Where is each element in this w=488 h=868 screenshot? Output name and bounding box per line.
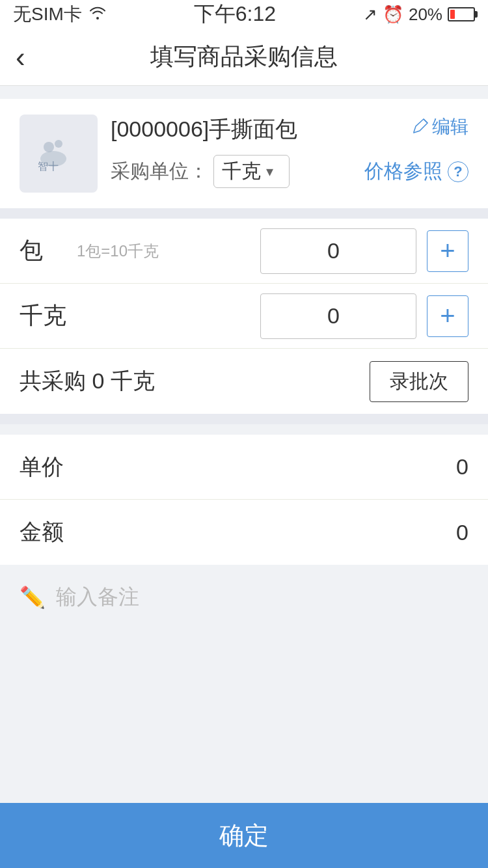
- amount-value: 0: [456, 520, 468, 545]
- unit-price-row: 单价 0: [0, 435, 488, 500]
- nav-bar: ‹ 填写商品采购信息: [0, 29, 488, 86]
- status-time: 下午6:12: [194, 0, 276, 29]
- carrier-text: 无SIM卡: [13, 2, 82, 27]
- bag-input-row: 包 1包=10千克 +: [0, 219, 488, 284]
- status-left: 无SIM卡: [13, 2, 107, 27]
- unit-price-value: 0: [456, 454, 468, 480]
- bag-unit: 1包=10千克: [77, 241, 159, 262]
- battery-text: 20%: [409, 5, 442, 25]
- bag-input[interactable]: [260, 228, 416, 274]
- bag-plus-button[interactable]: +: [427, 230, 468, 272]
- price-section: 单价 0 金额 0: [0, 435, 488, 565]
- product-card: 智十 [0000006]手撕面包 编辑 采购单位： 千克: [0, 99, 488, 208]
- unit-price-label: 单价: [20, 452, 64, 482]
- svg-text:智十: 智十: [38, 161, 59, 172]
- location-icon: ↗: [363, 5, 377, 25]
- remark-placeholder: 输入备注: [56, 583, 139, 612]
- unit-label: 采购单位：: [111, 158, 208, 185]
- edit-button[interactable]: 编辑: [411, 115, 468, 139]
- back-button[interactable]: ‹: [16, 43, 25, 72]
- alarm-icon: ⏰: [383, 5, 403, 25]
- summary-row: 共采购 0 千克 录批次: [0, 349, 488, 414]
- divider-2: [0, 414, 488, 424]
- svg-point-1: [55, 140, 62, 148]
- kg-field-wrapper: +: [72, 293, 468, 339]
- kg-label: 千克: [20, 300, 72, 332]
- amount-row: 金额 0: [0, 500, 488, 565]
- batch-button[interactable]: 录批次: [370, 361, 468, 402]
- input-section: 包 1包=10千克 + 千克 +: [0, 219, 488, 349]
- product-header: [0000006]手撕面包 编辑: [111, 115, 468, 144]
- bag-field-wrapper: +: [159, 228, 468, 274]
- pencil-icon: ✏️: [20, 585, 46, 610]
- svg-point-0: [44, 142, 54, 152]
- wifi-icon: [88, 4, 107, 25]
- product-info: [0000006]手撕面包 编辑 采购单位： 千克 价格参: [111, 115, 468, 188]
- kg-input[interactable]: [260, 293, 416, 339]
- kg-input-row: 千克 +: [0, 284, 488, 349]
- status-bar: 无SIM卡 下午6:12 ↗ ⏰ 20%: [0, 0, 488, 29]
- confirm-button[interactable]: 确定: [0, 803, 488, 868]
- amount-label: 金额: [20, 517, 64, 547]
- unit-select[interactable]: 千克: [213, 155, 290, 188]
- summary-text: 共采购 0 千克: [20, 366, 155, 396]
- battery-icon: [448, 7, 475, 21]
- kg-plus-button[interactable]: +: [427, 295, 468, 337]
- divider-1: [0, 208, 488, 219]
- help-icon: ?: [448, 161, 468, 182]
- confirm-btn-wrap: 确定: [0, 803, 488, 868]
- product-name: [0000006]手撕面包: [111, 115, 297, 144]
- price-ref-button[interactable]: 价格参照 ?: [364, 158, 468, 185]
- remark-section[interactable]: ✏️ 输入备注: [0, 565, 488, 630]
- page-title: 填写商品采购信息: [150, 41, 338, 73]
- purchase-unit-row: 采购单位： 千克 价格参照 ?: [111, 155, 468, 188]
- product-image: 智十: [20, 115, 98, 193]
- bottom-spacer: [0, 630, 488, 760]
- bag-label: 包: [20, 235, 72, 267]
- status-right: ↗ ⏰ 20%: [363, 5, 475, 25]
